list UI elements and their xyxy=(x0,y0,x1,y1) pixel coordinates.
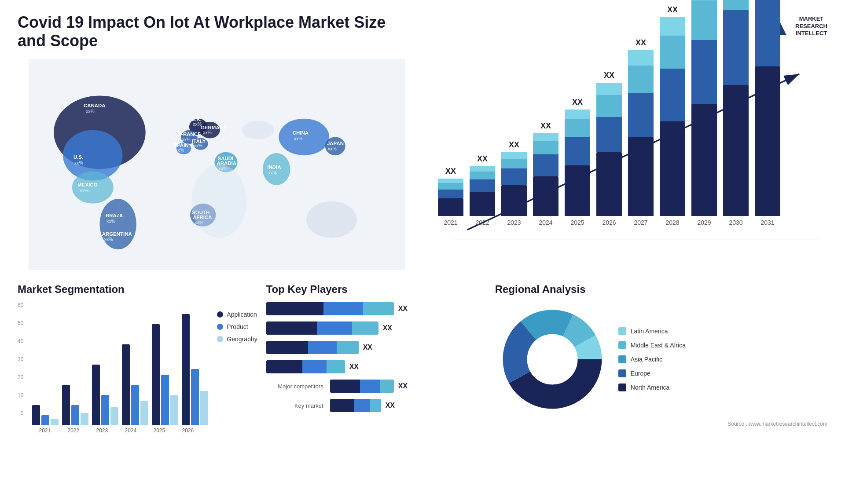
legend-north-america: North America xyxy=(618,383,686,391)
seg-x-labels: 2021 2022 2023 2024 2025 2026 xyxy=(32,427,208,434)
bar-group-2031: XX 2031 xyxy=(755,0,780,226)
svg-point-50 xyxy=(191,164,246,238)
regional-inner: Latin America Middle East & Africa Asia … xyxy=(495,302,827,416)
donut-chart xyxy=(495,302,610,416)
player-row-2: XX xyxy=(266,321,486,335)
svg-text:MEXICO: MEXICO xyxy=(77,182,97,187)
svg-text:SAUDI: SAUDI xyxy=(218,156,234,161)
svg-point-9 xyxy=(72,172,114,204)
seg-bars xyxy=(32,302,208,425)
player-bar-stack-2 xyxy=(266,321,378,335)
logo-text: MARKET RESEARCH INTELLECT xyxy=(795,15,827,38)
svg-text:JAPAN: JAPAN xyxy=(327,141,344,146)
svg-text:xx%: xx% xyxy=(104,237,113,242)
bar-group-2023: XX 2023 xyxy=(501,140,527,226)
legend-dot-geography xyxy=(217,336,223,342)
seg-legend: Application Product Geography xyxy=(217,302,257,343)
bar-group-2029: XX 2029 xyxy=(691,0,717,226)
players-bars: XX XX xyxy=(266,302,486,412)
svg-text:BRAZIL: BRAZIL xyxy=(106,213,124,218)
donut-svg xyxy=(495,302,610,416)
svg-text:xx%: xx% xyxy=(86,109,95,114)
seg-bar-2026 xyxy=(182,314,208,425)
source-text: Source : www.marketresearchintellect.com xyxy=(495,421,827,427)
svg-text:FRANCE: FRANCE xyxy=(180,131,201,137)
svg-text:xx%: xx% xyxy=(203,130,212,135)
player-row-3: XX xyxy=(266,341,486,354)
legend-latin-america: Latin America xyxy=(618,327,686,335)
players-title: Top Key Players xyxy=(266,283,486,296)
legend-dot-product xyxy=(217,324,223,330)
svg-text:xx%: xx% xyxy=(107,219,115,224)
seg-bar-2021 xyxy=(32,405,59,425)
bar-chart-inner: XX 2021 XX xyxy=(429,59,827,270)
dot-latin-america xyxy=(618,327,626,335)
player-row-4: XX xyxy=(266,360,486,373)
main-container: Covid 19 Impact On Iot At Workplace Mark… xyxy=(0,0,845,504)
legend-product: Product xyxy=(217,323,257,330)
dot-mea xyxy=(618,341,626,349)
regional-title: Regional Analysis xyxy=(495,283,827,296)
dot-north-america xyxy=(618,383,626,391)
svg-text:SPAIN: SPAIN xyxy=(173,142,188,148)
map-container: CANADA xx% U.S. xx% MEXICO xx% BRAZIL xx… xyxy=(18,59,416,270)
seg-bar-2024 xyxy=(122,344,148,425)
svg-text:xx%: xx% xyxy=(74,161,83,165)
svg-text:xx%: xx% xyxy=(268,171,277,175)
seg-bar-2022 xyxy=(62,385,88,425)
players-container: Top Key Players XX xyxy=(266,283,486,468)
bar-chart-bars: XX 2021 XX xyxy=(429,59,827,226)
player-bar-stack-5 xyxy=(330,380,394,393)
svg-text:U.K.: U.K. xyxy=(191,117,202,122)
seg-bar-2025 xyxy=(152,324,178,425)
legend-mea: Middle East & Africa xyxy=(618,341,686,349)
player-row-1: XX xyxy=(266,302,486,315)
svg-text:xx%: xx% xyxy=(194,143,202,148)
legend-geography: Geography xyxy=(217,336,257,343)
dot-europe xyxy=(618,369,626,377)
page-title: Covid 19 Impact On Iot At Workplace Mark… xyxy=(18,13,414,50)
regional-legend: Latin America Middle East & Africa Asia … xyxy=(618,327,686,391)
player-row-major: Major competitors XX xyxy=(266,380,486,393)
top-section: CANADA xx% U.S. xx% MEXICO xx% BRAZIL xx… xyxy=(18,59,827,270)
svg-point-49 xyxy=(306,201,357,237)
bar-group-2021: XX 2021 xyxy=(438,167,463,226)
regional-container: Regional Analysis xyxy=(495,283,827,468)
player-row-key: Key market XX xyxy=(266,399,486,412)
bar-group-2026: XX 2026 xyxy=(596,71,622,226)
bar-group-2027: XX 2027 xyxy=(628,38,654,226)
segmentation-title: Market Segmentation xyxy=(18,283,257,296)
seg-y-axis: 60 50 40 30 20 10 0 xyxy=(18,302,23,425)
bar-group-2022: XX 2022 xyxy=(470,154,495,226)
svg-text:CANADA: CANADA xyxy=(84,103,106,108)
svg-text:xx%: xx% xyxy=(80,188,89,193)
legend-application: Application xyxy=(217,311,257,318)
bottom-section: Market Segmentation 60 50 40 30 20 10 0 xyxy=(18,283,827,468)
svg-text:xx%: xx% xyxy=(182,137,191,142)
svg-text:GERMANY: GERMANY xyxy=(201,125,227,130)
dot-asia-pacific xyxy=(618,355,626,363)
svg-text:xx%: xx% xyxy=(176,148,184,153)
player-bar-stack-4 xyxy=(266,360,345,373)
bar-group-2028: XX 2028 xyxy=(660,5,685,226)
legend-asia-pacific: Asia Pacific xyxy=(618,355,686,363)
legend-dot-application xyxy=(217,311,223,318)
svg-text:U.S.: U.S. xyxy=(73,154,83,160)
world-map-svg: CANADA xx% U.S. xx% MEXICO xx% BRAZIL xx… xyxy=(18,59,416,270)
bar-group-2025: XX 2025 xyxy=(565,98,590,226)
svg-text:CHINA: CHINA xyxy=(293,130,309,135)
svg-point-40 xyxy=(279,119,329,155)
legend-europe: Europe xyxy=(618,369,686,377)
svg-text:xx%: xx% xyxy=(294,136,303,141)
svg-text:ARGENTINA: ARGENTINA xyxy=(102,231,132,237)
svg-point-51 xyxy=(242,121,274,139)
svg-text:ITALY: ITALY xyxy=(192,139,206,144)
player-bar-stack-3 xyxy=(266,341,359,354)
svg-text:xx%: xx% xyxy=(328,146,337,151)
seg-chart-area: 60 50 40 30 20 10 0 xyxy=(18,302,257,434)
segmentation-container: Market Segmentation 60 50 40 30 20 10 0 xyxy=(18,283,257,468)
player-bar-stack-1 xyxy=(266,302,394,315)
donut-center xyxy=(527,334,577,384)
seg-bar-2023 xyxy=(92,365,118,425)
bar-group-2024: XX 2024 xyxy=(533,121,558,226)
